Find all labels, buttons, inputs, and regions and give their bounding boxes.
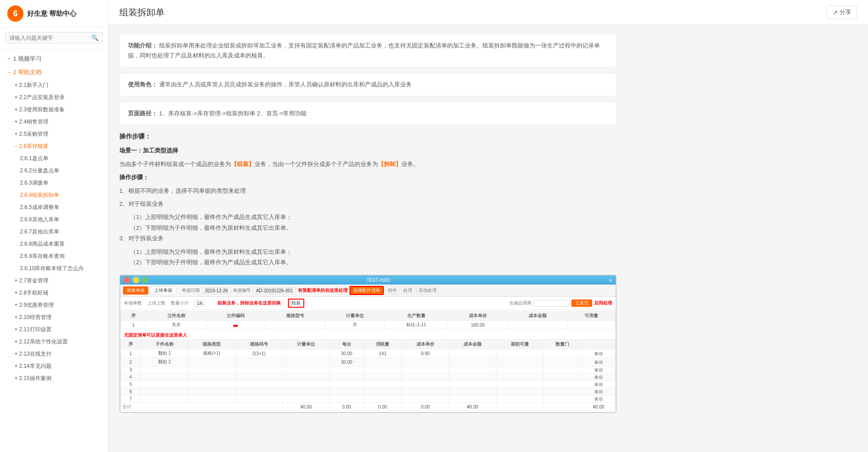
share-icon: ↗: [833, 9, 838, 16]
sidebar-item-2-5[interactable]: + 2.5采购管理: [0, 128, 108, 140]
sidebar-item-2-6-2[interactable]: 2.6.2分量盘点单: [0, 165, 108, 177]
sidebar-item-2-6-1[interactable]: 2.6.1盘点单: [0, 152, 108, 165]
footer-val-7: [543, 403, 582, 411]
td2-qtydoor-1: [543, 349, 582, 358]
qty-sublabel: 数量小计: [171, 300, 189, 306]
minus-icon: −: [7, 69, 10, 76]
sidebar-item-2-2[interactable]: + 2.2产品安装及登录: [0, 91, 108, 104]
close-icon[interactable]: ✕: [609, 278, 612, 283]
sidebar-item-docs-label: 2.帮助文档: [13, 68, 42, 76]
content-area: 功能介绍： 组装拆卸单用来处理企业组装或拆卸等加工业务，支持有固定装配清单的产品…: [108, 25, 868, 452]
td2-qtydoor-2: [543, 358, 582, 366]
form-code-label: 单据编号: [233, 287, 251, 294]
td2-speccode-2: [236, 358, 283, 366]
sidebar-item-2-5-label: 2.5采购管理: [19, 131, 48, 137]
td2-initavail-2: [496, 358, 543, 366]
toolbar-tab-upload[interactable]: 上传单据: [150, 286, 176, 295]
toolbar-tab-active[interactable]: 新建单据: [123, 286, 148, 295]
sidebar-item-2-6-6[interactable]: 2.6.6其他入库单: [0, 214, 108, 226]
path-intro-label: 页面路径：: [128, 110, 157, 117]
path-intro-block: 页面路径： 1、库存核算->库存管理->组装拆卸单 2、首页->常用功能: [119, 102, 617, 125]
type-switch[interactable]: 组装: [288, 299, 304, 308]
td2-name-1: 颗粒 1: [141, 349, 188, 358]
sidebar-item-2-6-8[interactable]: 2.6.8商品成本重算: [0, 238, 108, 250]
sidebar-item-2-12[interactable]: + 2.12系统个性化设置: [0, 336, 108, 348]
store-input[interactable]: [533, 300, 570, 307]
td2-costprice-2: [402, 358, 449, 366]
sidebar-item-2-14[interactable]: + 2.14常见问题: [0, 360, 108, 372]
td2-spectype-2: [188, 358, 235, 366]
table-row: 3⊞ ⊟: [121, 366, 616, 374]
annotation1-btn[interactable]: 选择配件清单: [349, 286, 384, 295]
search-input[interactable]: [9, 35, 91, 41]
form-date-value[interactable]: 2019-12-26: [202, 287, 231, 294]
th-unit: 计量单位: [325, 311, 385, 321]
step3: 3、对于拆装业务: [119, 233, 617, 243]
role-intro-label: 使用角色：: [128, 81, 157, 88]
sidebar-item-2-6-4[interactable]: 2.6.4组装拆卸单: [0, 189, 108, 201]
path-intro-text: 1、库存核算->库存管理->组装拆卸单 2、首页->常用功能: [159, 110, 307, 117]
sidebar-item-2-8-label: 2.8手机旺铺: [19, 290, 48, 296]
search-icon: 🔍: [91, 34, 99, 41]
sidebar-item-2-4[interactable]: + 2.4销售管理: [0, 116, 108, 128]
th2-qty-door: 数量门: [543, 340, 582, 349]
icon-2-14: +: [14, 363, 19, 369]
sidebar-item-2-3[interactable]: + 2.3使用前数据准备: [0, 104, 108, 116]
td2-costamount-2: [449, 358, 496, 366]
sidebar-item-2-15[interactable]: + 2.15操作案例: [0, 372, 108, 385]
brand-name: 好生意 帮助中心: [27, 10, 76, 18]
sidebar-item-2-6-3[interactable]: 2.6.3调拨单: [0, 177, 108, 189]
sidebar-item-2-1[interactable]: + 2.1新手入门: [0, 79, 108, 91]
icon-2-8: +: [14, 290, 19, 296]
icon-2-7: +: [14, 277, 19, 284]
th2-cost-amount: 成本金额: [449, 340, 496, 349]
child-table-header: 无固定清单可以直接在这里录入: [120, 331, 616, 339]
sidebar-item-2-10[interactable]: + 2.10经营管理: [0, 311, 108, 324]
sidebar-item-2-6-9[interactable]: 2.6.9库存账本查询: [0, 250, 108, 262]
feature-intro-block: 功能介绍： 组装拆卸单用来处理企业组装或拆卸等加工业务，支持有固定装配清单的产品…: [119, 34, 617, 67]
td2-name-2: 颗粒 2: [141, 358, 188, 366]
sidebar-item-video[interactable]: + 1.视频学习: [0, 52, 108, 66]
sidebar-item-2-6-5[interactable]: 2.6.5成本调整单: [0, 201, 108, 214]
icon-2-15: +: [14, 375, 19, 381]
extra-btn-3[interactable]: 其他处理: [416, 286, 439, 295]
search-bar: 🔍: [0, 28, 108, 48]
th-seq: 序: [121, 311, 146, 321]
sidebar-item-2-11-label: 2.11打印设置: [19, 326, 51, 333]
footer-val-1: ¥0.00: [283, 403, 330, 411]
th2-spec-code: 规格码号: [236, 340, 283, 349]
highlighted-cell: [233, 325, 238, 327]
table-row: 1 关木 升 标比-1-11 180.00: [121, 321, 616, 329]
form-code-value[interactable]: AD-20191226-001: [253, 287, 296, 294]
td2-seq-2: 2: [121, 358, 141, 366]
docs-sub-items: + 2.1新手入门 + 2.2产品安装及登录 + 2.3使用前数据准备 + 2.…: [0, 79, 108, 385]
cell-produce-qty: 标比-1-11: [385, 321, 448, 329]
annotation4-text: 无固定清单可以直接在这里录入: [124, 332, 187, 338]
extra-btn-2[interactable]: 处理: [401, 286, 415, 295]
sidebar-item-2-6[interactable]: − 2.6库存核算: [0, 140, 108, 152]
annotation3-area: 仓储品用商 立发完 启用处理: [509, 300, 612, 307]
icon-2-13: +: [14, 351, 19, 357]
main-content: 组装拆卸单 ↗ 分享 功能介绍： 组装拆卸单用来处理企业组装或拆卸等加工业务，支…: [108, 0, 868, 452]
sidebar-item-2-6-10[interactable]: 2.6.10库存账本错了怎么办: [0, 262, 108, 275]
share-button[interactable]: ↗ 分享: [827, 5, 857, 19]
sidebar-item-2-6-7[interactable]: 2.6.7其他出库单: [0, 226, 108, 238]
extra-btn-1[interactable]: 组件: [386, 286, 399, 295]
type-selector-row: 本地单数 上传上数 数量小计 1/k 组装业务，拆卸业务在这里切换 组装 仓储品…: [120, 297, 616, 310]
feature-intro-label: 功能介绍：: [128, 42, 157, 49]
sidebar-item-2-9[interactable]: + 2.9优惠券管理: [0, 299, 108, 311]
footer-val-5: ¥0.00: [449, 403, 496, 411]
sidebar-item-2-7[interactable]: + 2.7资金管理: [0, 275, 108, 287]
child-table: 序 子件名称 规格类型 规格码号 计量单位 每台 消耗量 成本单价 成本金额: [120, 339, 616, 411]
sidebar-item-2-8[interactable]: + 2.8手机旺铺: [0, 287, 108, 299]
td2-consume-2: [363, 358, 402, 366]
sidebar-item-2-11[interactable]: + 2.11打印设置: [0, 324, 108, 336]
sidebar-item-2-13[interactable]: + 2.13在线支付: [0, 348, 108, 360]
sidebar-item-docs[interactable]: − 2.帮助文档: [0, 66, 108, 79]
confirm-btn[interactable]: 立发完: [571, 300, 592, 307]
td2-unit-1: [283, 349, 330, 358]
th-parent-code: 父件编码: [206, 311, 265, 321]
sidebar-item-2-10-label: 2.10经营管理: [19, 314, 51, 320]
scene1-desc-3: 业务。: [401, 161, 419, 167]
th2-unit: 计量单位: [283, 340, 330, 349]
